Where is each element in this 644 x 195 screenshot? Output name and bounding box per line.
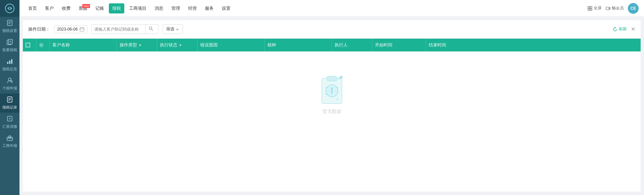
baoshui-zonglan-icon (6, 58, 13, 66)
nav-item-kehu[interactable]: 客户 (42, 3, 57, 13)
nav-item-baoshui[interactable]: 报税 (109, 3, 124, 13)
sidebar-item-geshu-shenbao[interactable]: 个税申报 (0, 74, 19, 93)
main-area: 首页 客户 收费 票据 new 记账 报税 工商项目 消息 (19, 0, 644, 195)
svg-point-46 (331, 92, 333, 93)
nav-item-shouye[interactable]: 首页 (25, 3, 40, 13)
sidebar-item-huisuan-jiaona-label: 汇算清缴 (2, 124, 17, 129)
user-avatar[interactable]: CE (628, 3, 639, 14)
search-input[interactable] (92, 25, 145, 33)
svg-point-38 (41, 44, 42, 46)
th-executor: 执行人 (332, 39, 372, 51)
table-body: 暂无数据 (23, 51, 641, 191)
nav-item-jingying[interactable]: 经营 (185, 3, 200, 13)
sidebar-item-baoshui-jilu[interactable]: 报税记录 (0, 93, 19, 113)
baoshui-jilu-icon (6, 96, 13, 104)
header-checkbox[interactable] (26, 43, 30, 47)
date-picker[interactable]: 2023-06-06 (54, 25, 87, 33)
settings-icon (39, 43, 44, 47)
chevron-down-icon (176, 28, 179, 31)
svg-point-36 (149, 27, 152, 30)
th-end-time: 结束时间 (426, 39, 480, 51)
th-tax-type: 税种 (265, 39, 332, 51)
sidebar-item-huisuan-jiaona[interactable]: 汇算清缴 (0, 113, 19, 132)
search-button[interactable] (145, 25, 156, 34)
nav-item-fuwu[interactable]: 服务 (202, 3, 217, 13)
gongshang-nianbao-icon (6, 134, 13, 142)
sidebar-item-baoshui-jilu-label: 报税记录 (2, 105, 17, 110)
sidebar-item-piliang-baoshui[interactable]: 批量报税 (0, 36, 19, 55)
baoshui-shezhi-icon (6, 20, 13, 27)
svg-rect-29 (588, 9, 590, 10)
nav-item-shoufei[interactable]: 收费 (58, 3, 74, 13)
empty-text: 暂无数据 (323, 109, 341, 115)
piaoju-badge: new (82, 4, 90, 8)
th-error-reason: 错误股因 (198, 39, 265, 51)
svg-rect-30 (590, 9, 592, 10)
nav-item-xiaoxi[interactable]: 消息 (151, 3, 167, 13)
fullscreen-btn[interactable]: 全屏 (588, 5, 602, 11)
date-value: 2023-06-06 (57, 27, 78, 32)
svg-rect-28 (590, 6, 592, 8)
refresh-btn-label: 刷新 (619, 26, 627, 32)
nav-item-zhangji[interactable]: 记账 (92, 3, 108, 13)
svg-line-37 (152, 29, 153, 31)
nav-item-gongshang-xiangmu[interactable]: 工商项目 (126, 3, 150, 13)
sidebar-logo[interactable] (0, 0, 19, 17)
search-icon (148, 26, 153, 31)
nav-item-piaoju[interactable]: 票据 new (75, 3, 91, 13)
video-icon (606, 6, 610, 11)
filter-btn-label: 筛选 (166, 26, 174, 32)
exec-status-sort-icon: ▼ (179, 43, 182, 47)
date-label: 操作日期： (28, 26, 50, 32)
svg-point-13 (8, 78, 11, 81)
piliang-baoshui-icon (6, 39, 13, 46)
sidebar-item-geshu-shenbao-label: 个税申报 (2, 86, 17, 91)
svg-rect-41 (327, 76, 337, 81)
refresh-button[interactable]: 刷新 (613, 26, 627, 32)
sidebar-item-gongshang-nianbao-label: 工商年报 (2, 143, 17, 148)
sidebar-item-gongshang-nianbao[interactable]: 工商年报 (0, 132, 19, 151)
svg-rect-32 (80, 28, 84, 31)
member-btn[interactable]: 畅会员 (606, 5, 624, 11)
nav-items: 首页 客户 收费 票据 new 记账 报税 工商项目 消息 (25, 3, 588, 13)
th-checkbox[interactable] (23, 39, 36, 51)
svg-rect-25 (9, 136, 11, 138)
geshu-shenbao-icon (6, 77, 13, 85)
sidebar-item-baoshui-zonglan[interactable]: 报税总览 (0, 55, 19, 74)
svg-rect-11 (9, 61, 10, 64)
nav-item-shezhi[interactable]: 设置 (218, 3, 234, 13)
refresh-icon (613, 27, 617, 32)
th-op-type[interactable]: 操作类型 ▼ (117, 39, 157, 51)
table-header: 客户名称 操作类型 ▼ 执行状态 ▼ 错误股因 税种 执行人 (23, 39, 641, 51)
close-button[interactable]: ✕ (631, 26, 635, 32)
th-start-time: 开始时间 (372, 39, 426, 51)
svg-rect-31 (606, 7, 609, 10)
nav-item-guanli[interactable]: 管理 (168, 3, 183, 13)
nav-right: 全屏 畅会员 CE (588, 3, 639, 14)
op-type-sort-icon: ▼ (138, 43, 142, 47)
content: 操作日期： 2023-06-06 (19, 17, 644, 195)
svg-rect-27 (588, 6, 590, 8)
sidebar-item-baoshui-shezhi-label: 报税设置 (2, 28, 17, 33)
svg-rect-10 (7, 62, 8, 64)
sidebar-item-baoshui-shezhi[interactable]: 报税设置 (0, 17, 19, 36)
svg-point-39 (39, 43, 43, 47)
svg-rect-7 (8, 39, 12, 44)
svg-rect-12 (11, 59, 12, 64)
huisuan-jiaona-icon (6, 115, 13, 123)
th-settings[interactable] (36, 39, 50, 51)
sidebar-item-piliang-baoshui-label: 批量报税 (2, 47, 17, 52)
search-input-wrap (91, 24, 159, 34)
topnav: 首页 客户 收费 票据 new 记账 报税 工商项目 消息 (19, 0, 644, 17)
filter-button[interactable]: 筛选 (163, 24, 183, 34)
sidebar-item-baoshui-zonglan-label: 报税总览 (2, 67, 17, 72)
th-exec-status[interactable]: 执行状态 ▼ (157, 39, 198, 51)
filter-bar: 操作日期： 2023-06-06 (23, 20, 641, 38)
svg-point-1 (9, 7, 11, 9)
fullscreen-icon (588, 6, 592, 11)
empty-illustration (315, 72, 349, 109)
empty-state: 暂无数据 (23, 51, 641, 135)
calendar-icon (80, 27, 84, 32)
table-wrap: 客户名称 操作类型 ▼ 执行状态 ▼ 错误股因 税种 执行人 (23, 39, 641, 192)
sidebar: 报税设置 批量报税 报税总览 (0, 0, 19, 195)
